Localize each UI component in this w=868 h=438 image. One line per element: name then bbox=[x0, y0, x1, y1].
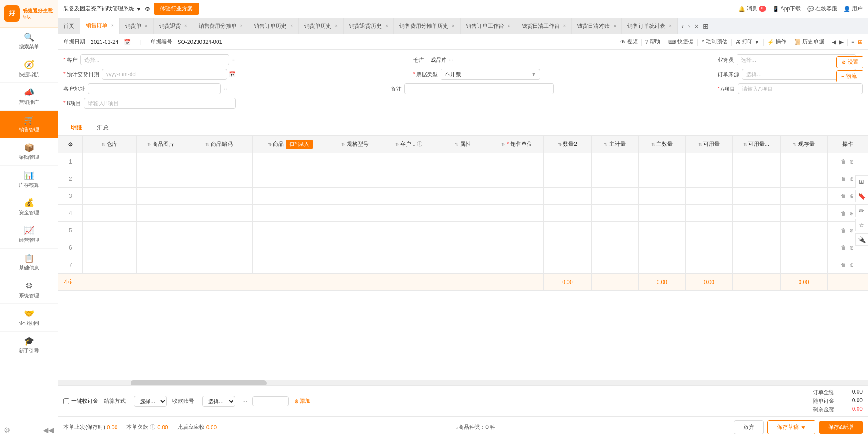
row-name[interactable] bbox=[252, 256, 328, 274]
help-action[interactable]: ? 帮助 bbox=[645, 38, 661, 46]
row-main-unit[interactable] bbox=[591, 188, 638, 205]
tabs-menu-btn[interactable]: ⊞ bbox=[701, 22, 710, 31]
account-more-icon[interactable]: ··· bbox=[242, 398, 247, 404]
tab-return[interactable]: 销货退货 × bbox=[154, 18, 193, 34]
row-attr[interactable] bbox=[436, 170, 490, 188]
row-name[interactable] bbox=[252, 205, 328, 222]
amount-input[interactable]: 0.00 bbox=[252, 396, 289, 406]
row-main-qty[interactable] bbox=[638, 222, 685, 239]
row-qty2[interactable] bbox=[544, 188, 591, 205]
view-action[interactable]: 👁 视频 bbox=[620, 38, 638, 46]
row-main-unit[interactable] bbox=[591, 170, 638, 188]
row-qty2[interactable] bbox=[544, 239, 591, 256]
copy-row-btn[interactable]: ⊕ bbox=[849, 193, 854, 199]
list-view-icon[interactable]: ≡ bbox=[851, 39, 854, 45]
tab-close-icon[interactable]: × bbox=[613, 24, 616, 29]
b-project-input[interactable] bbox=[84, 98, 236, 109]
gear-settings-icon[interactable]: ⚙ bbox=[145, 6, 150, 12]
row-main-qty[interactable] bbox=[638, 153, 685, 170]
sidebar-item-quick-nav[interactable]: 🧭 快捷导航 bbox=[0, 55, 58, 83]
row-spec[interactable] bbox=[328, 222, 382, 239]
remark-input[interactable] bbox=[404, 83, 554, 94]
add-logistics-btn[interactable]: + 物流 bbox=[836, 70, 863, 82]
settle-select[interactable]: 选择... bbox=[134, 396, 167, 407]
tabs-close-all-btn[interactable]: × bbox=[693, 22, 700, 31]
delete-row-btn[interactable]: 🗑 bbox=[841, 262, 846, 268]
warehouse-more-icon[interactable]: ··· bbox=[449, 57, 453, 63]
row-code[interactable] bbox=[185, 222, 253, 239]
delete-row-btn[interactable]: 🗑 bbox=[841, 227, 846, 234]
row-unit[interactable] bbox=[490, 222, 544, 239]
sidebar-item-collab[interactable]: 🤝 企业协同 bbox=[0, 304, 58, 332]
tab-close-icon[interactable]: × bbox=[452, 24, 455, 29]
shortcut-action[interactable]: ⌨ 快捷键 bbox=[668, 38, 693, 46]
copy-row-btn[interactable]: ⊕ bbox=[849, 245, 854, 251]
sort-icon[interactable]: ⇅ bbox=[651, 142, 655, 147]
tab-goods-history[interactable]: 销货单历史 × bbox=[299, 18, 344, 34]
row-name[interactable] bbox=[252, 170, 328, 188]
row-unit[interactable] bbox=[490, 239, 544, 256]
sidebar-item-guide[interactable]: 🎓 新手引导 bbox=[0, 332, 58, 359]
prev-record-btn[interactable]: ◀ bbox=[832, 39, 836, 45]
tab-close-icon[interactable]: × bbox=[184, 24, 187, 29]
addr-more-icon[interactable]: ··· bbox=[223, 86, 227, 92]
row-main-qty[interactable] bbox=[638, 205, 685, 222]
sort-icon[interactable]: ⇅ bbox=[698, 142, 702, 147]
float-star-btn[interactable]: ☆ bbox=[855, 219, 868, 231]
tabs-prev-btn[interactable]: ‹ bbox=[679, 22, 685, 31]
row-name[interactable] bbox=[252, 153, 328, 170]
tab-close-icon[interactable]: × bbox=[145, 24, 148, 29]
next-record-btn[interactable]: ▶ bbox=[839, 39, 844, 45]
sort-icon[interactable]: ⇅ bbox=[268, 142, 272, 147]
online-service-btn[interactable]: 💬 在线客服 bbox=[807, 5, 837, 13]
float-grid-btn[interactable]: ⊞ bbox=[855, 175, 868, 188]
row-attr[interactable] bbox=[436, 239, 490, 256]
calendar-icon[interactable]: 📅 bbox=[124, 39, 131, 45]
tab-close-icon[interactable]: × bbox=[290, 24, 293, 29]
row-customer-code[interactable] bbox=[382, 170, 436, 188]
copy-row-btn[interactable]: ⊕ bbox=[849, 227, 854, 234]
settings-btn[interactable]: ⚙ 设置 bbox=[836, 56, 863, 68]
delivery-calendar-icon[interactable]: 📅 bbox=[229, 71, 236, 77]
tab-fee-history[interactable]: 销售费用分摊单历史 × bbox=[394, 18, 461, 34]
row-customer-code[interactable] bbox=[382, 239, 436, 256]
tab-close-icon[interactable]: × bbox=[508, 24, 510, 29]
tab-close-icon[interactable]: × bbox=[111, 23, 114, 28]
sort-icon[interactable]: ⇅ bbox=[501, 142, 505, 147]
delete-row-btn[interactable]: 🗑 bbox=[841, 210, 846, 217]
history-action[interactable]: 📜 历史单据 bbox=[794, 38, 824, 46]
tab-daily-workbench[interactable]: 钱货日清工作台 × bbox=[516, 18, 572, 34]
tab-daily-reconcile[interactable]: 钱货日清对账 × bbox=[572, 18, 622, 34]
horizontal-scrollbar[interactable] bbox=[58, 380, 868, 385]
row-main-qty[interactable] bbox=[638, 188, 685, 205]
sidebar-item-finance[interactable]: 💰 资金管理 bbox=[0, 193, 58, 221]
sort-icon[interactable]: ⇅ bbox=[205, 142, 209, 147]
profit-action[interactable]: ¥ 毛利预估 bbox=[701, 38, 727, 46]
row-code[interactable] bbox=[185, 239, 253, 256]
delete-row-btn[interactable]: 🗑 bbox=[841, 159, 846, 165]
tabs-next-btn[interactable]: › bbox=[686, 22, 692, 31]
row-unit[interactable] bbox=[490, 153, 544, 170]
row-customer-code[interactable] bbox=[382, 188, 436, 205]
sort-icon[interactable]: ⇅ bbox=[102, 142, 105, 147]
save-draft-btn[interactable]: 保存草稿 ▼ bbox=[767, 420, 815, 434]
tab-sales-goods[interactable]: 销货单 × bbox=[120, 18, 154, 34]
float-plugin-btn[interactable]: 🔌 bbox=[855, 233, 868, 246]
row-attr[interactable] bbox=[436, 153, 490, 170]
tab-close-icon[interactable]: × bbox=[669, 24, 672, 29]
sidebar-item-operation[interactable]: 📈 经营管理 bbox=[0, 221, 58, 249]
notice-btn[interactable]: 🔔 消息 9 bbox=[738, 5, 766, 13]
tab-workbench[interactable]: 销售订单工作台 × bbox=[461, 18, 516, 34]
a-project-input[interactable] bbox=[738, 83, 863, 94]
sort-icon[interactable]: ⇅ bbox=[147, 142, 151, 147]
tab-stats[interactable]: 销售订单统计表 × bbox=[622, 18, 678, 34]
row-customer-code[interactable] bbox=[382, 153, 436, 170]
operate-action[interactable]: ⚡ 操作 bbox=[767, 38, 786, 46]
customer-input[interactable] bbox=[80, 54, 229, 65]
sidebar-item-base[interactable]: 📋 基础信息 bbox=[0, 249, 58, 276]
tab-fee-split[interactable]: 销售费用分摊单 × bbox=[193, 18, 249, 34]
app-download-btn[interactable]: 📱 App下载 bbox=[772, 5, 801, 13]
sort-icon[interactable]: ⇅ bbox=[455, 142, 458, 147]
row-main-unit[interactable] bbox=[591, 256, 638, 274]
copy-row-btn[interactable]: ⊕ bbox=[849, 176, 854, 182]
